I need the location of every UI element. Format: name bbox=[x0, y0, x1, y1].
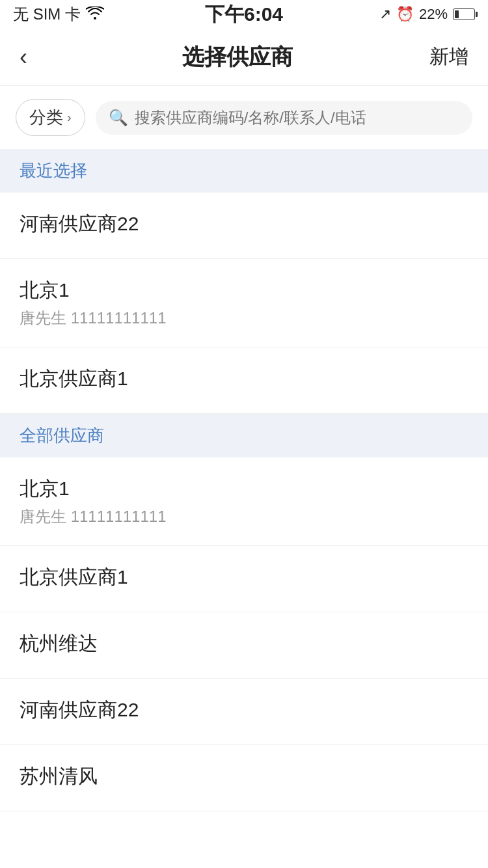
status-left: 无 SIM 卡 bbox=[13, 4, 104, 25]
back-button[interactable]: ‹ bbox=[20, 44, 59, 71]
list-item[interactable]: 河南供应商22 bbox=[0, 679, 488, 745]
item-name: 北京供应商1 bbox=[20, 564, 468, 591]
battery-label: 22% bbox=[419, 6, 448, 23]
search-wrapper: 🔍 bbox=[96, 101, 472, 135]
list-item[interactable]: 杭州维达 bbox=[0, 612, 488, 679]
status-right: ↗ ⏰ 22% bbox=[379, 6, 475, 23]
list-item[interactable]: 北京供应商1 bbox=[0, 347, 488, 414]
category-button[interactable]: 分类 › bbox=[16, 99, 85, 136]
list-item[interactable]: 北京1唐先生 11111111111 bbox=[0, 457, 488, 546]
item-name: 苏州清风 bbox=[20, 763, 468, 790]
item-name: 杭州维达 bbox=[20, 631, 468, 657]
item-sub: 唐先生 11111111111 bbox=[20, 506, 468, 527]
nav-bar: ‹ 选择供应商 新增 bbox=[0, 29, 488, 86]
list-item[interactable]: 苏州清风 bbox=[0, 745, 488, 811]
status-bar: 无 SIM 卡 下午6:04 ↗ ⏰ 22% bbox=[0, 0, 488, 29]
recent-section-header: 最近选择 bbox=[0, 149, 488, 193]
page-title: 选择供应商 bbox=[182, 42, 293, 72]
status-time: 下午6:04 bbox=[205, 1, 283, 28]
item-sub: 唐先生 11111111111 bbox=[20, 308, 468, 329]
location-icon: ↗ bbox=[379, 6, 391, 23]
list-item[interactable]: 北京供应商1 bbox=[0, 546, 488, 612]
item-name: 北京供应商1 bbox=[20, 366, 468, 392]
item-name: 河南供应商22 bbox=[20, 211, 468, 237]
recent-list: 河南供应商22北京1唐先生 11111111111北京供应商1 bbox=[0, 193, 488, 414]
list-item[interactable]: 河南供应商22 bbox=[0, 193, 488, 259]
search-input[interactable] bbox=[135, 109, 459, 127]
all-section-header: 全部供应商 bbox=[0, 414, 488, 457]
list-item[interactable]: 北京1唐先生 11111111111 bbox=[0, 259, 488, 347]
battery-icon bbox=[453, 8, 475, 20]
search-icon: 🔍 bbox=[109, 109, 128, 127]
item-name: 北京1 bbox=[20, 277, 468, 304]
chevron-right-icon: › bbox=[67, 110, 72, 125]
add-button[interactable]: 新增 bbox=[416, 44, 468, 70]
item-name: 北京1 bbox=[20, 476, 468, 502]
alarm-icon: ⏰ bbox=[396, 6, 414, 23]
carrier-label: 无 SIM 卡 bbox=[13, 4, 81, 25]
item-name: 河南供应商22 bbox=[20, 697, 468, 724]
all-list: 北京1唐先生 11111111111北京供应商1杭州维达河南供应商22苏州清风 bbox=[0, 457, 488, 811]
wifi-icon bbox=[86, 5, 104, 23]
search-area: 分类 › 🔍 bbox=[0, 86, 488, 149]
category-label: 分类 bbox=[29, 106, 63, 129]
